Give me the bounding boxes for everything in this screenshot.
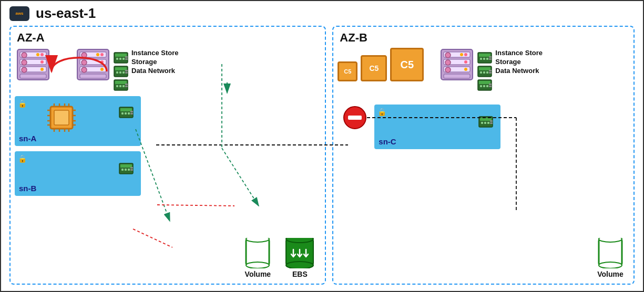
svg-point-19	[100, 68, 104, 71]
subnet-b-lock-icon: 🔒	[18, 154, 27, 163]
svg-rect-123	[480, 118, 492, 121]
svg-rect-44	[125, 86, 128, 87]
svg-rect-117	[486, 85, 488, 87]
svg-point-15	[96, 53, 99, 56]
az-b-server-icon	[438, 48, 475, 82]
svg-point-21	[81, 53, 87, 58]
volume-b-label: Volume	[597, 270, 623, 278]
subnet-b-netcard	[119, 163, 134, 176]
volume-icon-a	[244, 238, 271, 268]
cpu-icon-area	[46, 102, 77, 135]
svg-line-85	[133, 229, 172, 247]
volume-b-icon	[597, 238, 624, 268]
aws-logo: aws	[9, 6, 29, 21]
svg-rect-33	[116, 71, 118, 74]
svg-point-2	[40, 53, 44, 56]
subnet-c-netcard-icon	[478, 116, 493, 128]
svg-rect-125	[484, 122, 486, 124]
svg-rect-126	[487, 122, 489, 124]
svg-point-17	[100, 60, 104, 64]
svg-point-11	[22, 67, 27, 72]
svg-rect-25	[115, 54, 127, 57]
svg-rect-30	[125, 58, 128, 60]
svg-rect-100	[479, 54, 490, 57]
content-area: AZ-A	[1, 26, 643, 291]
svg-rect-32	[115, 67, 127, 70]
svg-point-78	[246, 238, 269, 242]
svg-point-94	[464, 68, 467, 71]
server-left-icon	[15, 48, 52, 82]
subnet-c: 🔒 sn-C	[374, 105, 500, 149]
svg-rect-28	[122, 58, 125, 60]
az-b-data-network-label: Data Network	[495, 67, 543, 75]
svg-rect-66	[125, 112, 127, 114]
subnet-c-lock-icon: 🔒	[377, 108, 386, 116]
svg-point-82	[286, 262, 313, 268]
az-a-volumes: Volume	[244, 238, 315, 278]
svg-point-81	[286, 238, 313, 243]
svg-rect-110	[486, 71, 488, 74]
svg-point-9	[22, 53, 27, 58]
svg-rect-116	[483, 85, 485, 87]
az-b-inner: C5 C5 C5	[338, 48, 629, 278]
cpu-icon	[46, 102, 77, 133]
az-b-netcard-1	[477, 52, 492, 64]
svg-rect-121	[348, 116, 362, 120]
svg-point-96	[445, 53, 451, 58]
az-b-title: AZ-B	[338, 31, 629, 45]
svg-rect-62	[54, 110, 69, 125]
svg-rect-75	[130, 167, 133, 169]
az-a-data-network-label: Data Network	[131, 67, 179, 75]
svg-point-90	[460, 53, 463, 56]
az-b-netcard-2	[477, 66, 492, 77]
svg-rect-128	[490, 122, 493, 124]
svg-rect-8	[20, 74, 46, 78]
az-b-legend: Instance Store Storage Data Network	[495, 48, 543, 75]
svg-point-98	[445, 67, 451, 72]
svg-rect-76	[130, 169, 133, 171]
svg-point-23	[81, 67, 87, 72]
svg-rect-35	[122, 71, 125, 74]
main-container: aws us-east-1 AZ-A	[0, 0, 644, 292]
subnet-a: 🔒	[15, 96, 141, 146]
az-b-box: AZ-B C5 C5 C5	[332, 26, 635, 285]
network-card-3	[114, 79, 128, 91]
volume-b-area: Volume	[597, 238, 624, 278]
svg-rect-72	[121, 169, 124, 171]
subnet-b: 🔒 sn-B	[15, 151, 141, 196]
az-b-instance-store-label: Instance Store	[495, 49, 543, 57]
az-b-netcard-3	[477, 79, 492, 91]
svg-rect-68	[130, 111, 133, 112]
svg-rect-42	[122, 85, 125, 87]
server-left	[15, 48, 52, 82]
volume-a-label: Volume	[245, 270, 271, 278]
svg-point-3	[36, 53, 39, 56]
svg-rect-39	[115, 81, 127, 84]
svg-point-10	[22, 60, 27, 65]
svg-rect-103	[486, 58, 488, 60]
svg-rect-65	[121, 112, 124, 114]
subnet-a-netcard-icon	[119, 107, 134, 118]
az-a-instance-store-label: Instance Store	[131, 49, 179, 57]
az-a-box: AZ-A	[9, 26, 326, 285]
svg-point-7	[40, 68, 44, 71]
c5-chip-small: C5	[338, 61, 357, 81]
az-a-legend: Instance Store Storage Data Network	[131, 48, 179, 75]
svg-rect-107	[479, 67, 490, 70]
az-b-storage-label: Storage	[495, 58, 543, 66]
svg-rect-64	[120, 108, 132, 111]
svg-point-14	[100, 53, 104, 56]
az-a-inner: Instance Store Storage Data Network 🔒	[15, 48, 321, 278]
subnet-c-label: sn-C	[379, 137, 396, 146]
ebs-label: EBS	[292, 270, 308, 278]
svg-point-79	[246, 262, 269, 268]
no-entry-sign	[343, 106, 367, 132]
svg-rect-20	[80, 74, 106, 78]
svg-rect-118	[489, 84, 492, 85]
svg-rect-119	[489, 86, 492, 87]
ebs-icon	[284, 238, 315, 268]
svg-point-22	[81, 60, 87, 65]
no-entry-icon	[343, 106, 367, 130]
az-b-netcards	[477, 52, 492, 91]
svg-rect-73	[125, 169, 127, 171]
